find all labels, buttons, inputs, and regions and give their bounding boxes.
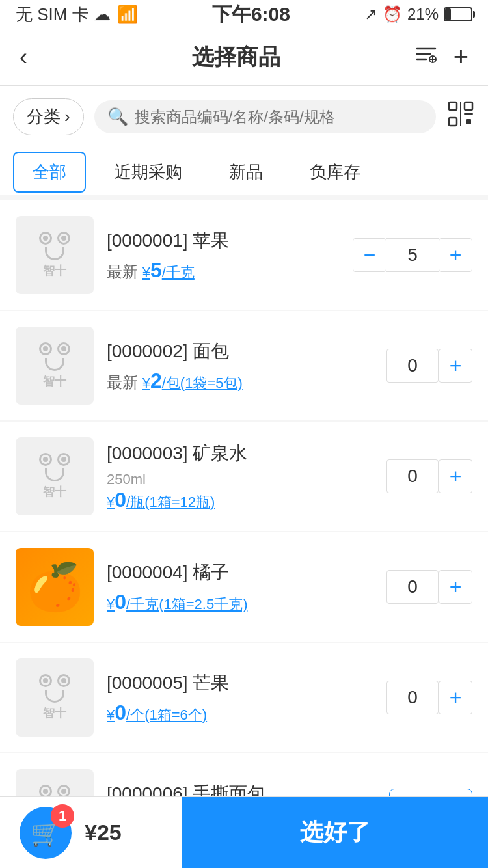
back-button[interactable]: ‹	[20, 44, 59, 71]
qty-plus-button-2[interactable]: +	[439, 349, 472, 383]
alarm-icon: ⏰	[383, 5, 402, 23]
quantity-control-5: +	[386, 681, 472, 714]
list-item: 智十 [0000003] 矿泉水 250ml ¥0/瓶(1箱=12瓶) +	[0, 422, 488, 531]
search-box: 🔍	[94, 100, 436, 133]
product-image-3: 智十	[16, 437, 94, 515]
scan-icon[interactable]	[446, 100, 475, 134]
list-item: 智十 [0000002] 面包 最新 ¥2/包(1袋=5包) +	[0, 311, 488, 420]
qty-plus-button-3[interactable]: +	[439, 459, 472, 493]
svg-rect-6	[449, 102, 457, 110]
category-button[interactable]: 分类 ›	[13, 98, 84, 135]
filter-bar: 分类 › 🔍	[0, 86, 488, 148]
qty-input-2[interactable]	[386, 349, 439, 383]
product-info-3: [0000003] 矿泉水 250ml ¥0/瓶(1箱=12瓶)	[94, 441, 386, 512]
product-info-5: [0000005] 芒果 ¥0/个(1箱=6个)	[94, 671, 386, 725]
cart-badge: 1	[51, 804, 74, 828]
add-button[interactable]: +	[454, 42, 468, 72]
search-icon: 🔍	[107, 107, 128, 127]
cart-button[interactable]: 🛒 1	[20, 807, 72, 859]
product-name-1: [0000001] 苹果	[107, 228, 340, 253]
nav-actions: +	[414, 42, 468, 72]
battery-icon	[444, 7, 472, 21]
product-image-1: 智十	[16, 216, 94, 294]
svg-rect-11	[466, 119, 471, 124]
qty-plus-button-1[interactable]: +	[439, 238, 472, 272]
cart-section: 🛒 1 ¥25	[0, 807, 182, 859]
category-label: 分类	[27, 105, 61, 128]
product-image-4: 🍊	[16, 548, 94, 626]
product-info-1: [0000001] 苹果 最新 ¥5/千克	[94, 228, 353, 282]
tab-neg[interactable]: 负库存	[291, 153, 379, 191]
category-arrow-icon: ›	[64, 107, 70, 127]
quantity-control-2: +	[386, 349, 472, 383]
nav-bar: ‹ 选择商品 +	[0, 29, 488, 86]
product-price-5: ¥0/个(1箱=6个)	[107, 701, 373, 725]
qty-plus-button-5[interactable]: +	[439, 681, 472, 714]
list-item: 智十 [0000005] 芒果 ¥0/个(1箱=6个) +	[0, 643, 488, 752]
product-info-4: [0000004] 橘子 ¥0/千克(1箱=2.5千克)	[94, 560, 386, 614]
product-spec-3: 250ml	[107, 471, 373, 488]
qty-plus-button-4[interactable]: +	[439, 570, 472, 604]
product-price-2: 最新 ¥2/包(1袋=5包)	[107, 369, 373, 393]
status-bar: 无 SIM 卡 ☁ 📶 下午6:08 ↗ ⏰ 21%	[0, 0, 488, 29]
svg-rect-8	[449, 118, 457, 126]
svg-rect-7	[465, 102, 472, 110]
qty-input-1[interactable]	[386, 238, 439, 272]
status-right: ↗ ⏰ 21%	[364, 5, 472, 23]
product-list: 智十 [0000001] 苹果 最新 ¥5/千克 − + 智十	[0, 200, 488, 868]
cart-total: ¥25	[85, 820, 122, 845]
battery-percent: 21%	[407, 5, 439, 23]
filter-icon[interactable]	[414, 42, 438, 72]
search-input[interactable]	[135, 108, 423, 126]
product-price-3: ¥0/瓶(1箱=12瓶)	[107, 488, 373, 512]
quantity-control-4: +	[386, 570, 472, 604]
product-info-2: [0000002] 面包 最新 ¥2/包(1袋=5包)	[94, 339, 386, 393]
product-image-2: 智十	[16, 327, 94, 405]
list-item: 智十 [0000001] 苹果 最新 ¥5/千克 − +	[0, 200, 488, 310]
confirm-button[interactable]: 选好了	[182, 797, 488, 869]
product-image-5: 智十	[16, 658, 94, 737]
tab-new[interactable]: 新品	[211, 153, 281, 191]
qty-input-3[interactable]	[386, 459, 439, 493]
page-title: 选择商品	[192, 42, 280, 72]
tab-recent[interactable]: 近期采购	[96, 153, 200, 191]
bottom-bar: 🛒 1 ¥25 选好了	[0, 796, 488, 868]
location-icon: ↗	[364, 5, 377, 23]
tab-all[interactable]: 全部	[13, 152, 86, 193]
qty-input-4[interactable]	[386, 570, 439, 604]
quantity-control-1: − +	[353, 238, 472, 272]
product-price-1: 最新 ¥5/千克	[107, 258, 340, 282]
status-left: 无 SIM 卡 ☁ 📶	[16, 3, 138, 26]
wifi-icon: 📶	[117, 5, 138, 25]
tabs-bar: 全部 近期采购 新品 负库存	[0, 148, 488, 200]
status-time: 下午6:08	[212, 1, 290, 28]
product-name-2: [0000002] 面包	[107, 339, 373, 364]
list-item: 🍊 [0000004] 橘子 ¥0/千克(1箱=2.5千克) +	[0, 532, 488, 642]
quantity-control-3: +	[386, 459, 472, 493]
qty-minus-button-1[interactable]: −	[353, 238, 386, 272]
qty-input-5[interactable]	[386, 681, 439, 714]
product-name-5: [0000005] 芒果	[107, 671, 373, 696]
product-price-4: ¥0/千克(1箱=2.5千克)	[107, 590, 373, 614]
product-name-4: [0000004] 橘子	[107, 560, 373, 585]
product-name-3: [0000003] 矿泉水	[107, 441, 373, 466]
sim-label: 无 SIM 卡 ☁	[16, 3, 111, 26]
